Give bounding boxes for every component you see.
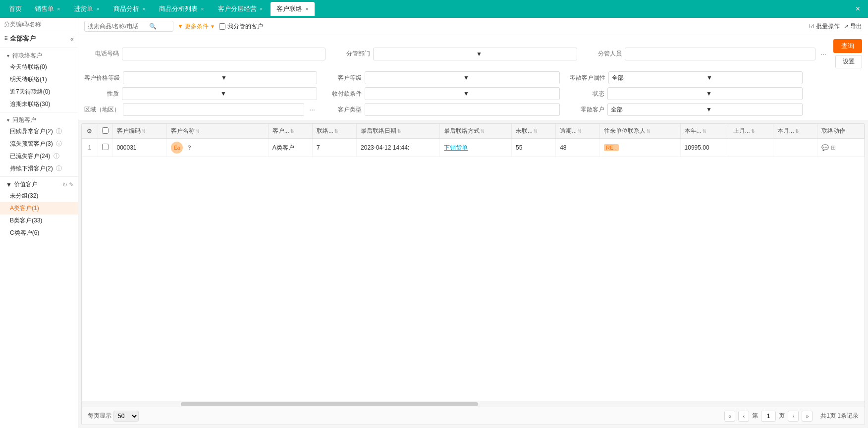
close-tab-sales[interactable]: ×: [57, 6, 60, 12]
export-button[interactable]: ↗ 导出: [844, 22, 862, 31]
status-select[interactable]: ▼: [607, 87, 803, 100]
nav-home[interactable]: 首页: [4, 4, 27, 13]
region-dots[interactable]: ···: [307, 106, 317, 113]
row-last-method-1[interactable]: 下销货单: [440, 139, 512, 157]
main-search-input[interactable]: [88, 23, 147, 30]
row-select-1[interactable]: [102, 144, 108, 150]
sidebar-item-churn-warning[interactable]: 流失预警客户(3) ⓘ: [0, 138, 78, 150]
refresh-icon[interactable]: ↻: [62, 181, 67, 188]
close-tab-analysis[interactable]: ×: [142, 6, 145, 12]
grid-action-icon[interactable]: ⊞: [831, 144, 836, 151]
sort-type[interactable]: ⇅: [290, 129, 294, 134]
price-level-select[interactable]: ▼: [123, 71, 317, 84]
nav-tab-sales[interactable]: 销售单 ×: [29, 2, 66, 16]
info-icon-2: ⓘ: [56, 140, 62, 147]
first-page-btn[interactable]: «: [724, 411, 735, 422]
customer-type-input-wrap[interactable]: [365, 103, 560, 116]
sort-overdue[interactable]: ⇅: [578, 129, 582, 134]
customer-type-input[interactable]: [368, 106, 556, 113]
sort-not-contacted[interactable]: ⇅: [534, 129, 538, 134]
row-contact-person-1: RE .: [600, 139, 680, 157]
row-actions-1[interactable]: 💬 ⊞: [817, 139, 864, 157]
sort-code[interactable]: ⇅: [142, 129, 146, 134]
sidebar-item-c-class[interactable]: C类客户(6): [0, 227, 78, 239]
phone-input-wrap[interactable]: [122, 48, 326, 60]
row-checkbox-1[interactable]: [98, 139, 112, 157]
close-tab-purchase[interactable]: ×: [96, 6, 99, 12]
sidebar-all-customers[interactable]: ⠿ 全部客户 «: [0, 31, 78, 46]
sidebar-item-overdue[interactable]: 逾期未联络(30): [0, 98, 78, 110]
settings-icon[interactable]: ⚙: [87, 128, 92, 135]
horizontal-scrollbar[interactable]: [82, 401, 865, 407]
region-input[interactable]: [126, 106, 301, 113]
payment-label: 收付款条件: [327, 90, 362, 98]
window-close-button[interactable]: ×: [852, 4, 864, 13]
sort-name[interactable]: ⇅: [196, 129, 200, 134]
customer-level-select[interactable]: ▼: [365, 71, 560, 84]
chat-icon[interactable]: 💬: [821, 144, 829, 151]
nav-tab-purchase[interactable]: 进货单 ×: [68, 2, 105, 16]
table-checkbox-col[interactable]: [98, 124, 112, 139]
nav-tab-analysis[interactable]: 商品分析 ×: [108, 2, 151, 16]
sidebar-item-today[interactable]: 今天待联络(0): [0, 61, 78, 73]
retail-attr-select[interactable]: 全部 ▼: [608, 71, 803, 84]
col-code: 客户编码⇅: [112, 124, 167, 139]
my-customers-checkbox[interactable]: [219, 23, 225, 30]
sidebar-item-b-class[interactable]: B类客户(33): [0, 214, 78, 227]
query-button[interactable]: 查询: [833, 39, 862, 53]
sidebar-item-ungroup[interactable]: 未分组(32): [0, 190, 78, 202]
col-name: 客户名称⇅: [167, 124, 269, 139]
edit-icon[interactable]: ✎: [69, 181, 74, 188]
nav-tab-analysis-list[interactable]: 商品分析列表 ×: [153, 2, 210, 16]
last-method-link-1[interactable]: 下销货单: [444, 144, 468, 151]
sidebar-item-repurchase-anomaly[interactable]: 回购异常客户(2) ⓘ: [0, 125, 78, 138]
close-tab-tier[interactable]: ×: [260, 6, 263, 12]
sidebar-item-declining[interactable]: 持续下滑客户(2) ⓘ: [0, 162, 78, 175]
phone-input[interactable]: [125, 51, 322, 57]
sort-contact-person[interactable]: ⇅: [647, 129, 651, 134]
table-scroll[interactable]: ⚙ 客户编码⇅ 客户名称⇅ 客户...⇅ 联络...⇅ 最后联络日期⇅ 最后联络…: [82, 124, 865, 401]
manager-dots[interactable]: ···: [818, 50, 828, 58]
sort-this-month[interactable]: ⇅: [795, 129, 799, 134]
sidebar-item-7days[interactable]: 近7天待联络(0): [0, 86, 78, 98]
problem-customers-group[interactable]: ▼ 问题客户: [0, 114, 78, 125]
sort-this-year[interactable]: ⇅: [703, 129, 706, 134]
sort-last-method[interactable]: ⇅: [481, 129, 485, 134]
filter-nature: 性质 ▼: [84, 87, 317, 100]
nav-tab-contact[interactable]: 客户联络 ×: [271, 2, 314, 16]
payment-select[interactable]: ▼: [365, 87, 560, 100]
select-all-checkbox[interactable]: [102, 127, 108, 134]
manager-input[interactable]: [628, 51, 813, 57]
region-input-wrap[interactable]: [123, 103, 304, 116]
main-search-icon[interactable]: 🔍: [149, 23, 157, 30]
sort-last-date[interactable]: ⇅: [397, 129, 401, 134]
retail-customer-select[interactable]: 全部 ▼: [607, 103, 803, 116]
page-size-select[interactable]: 50 20 100: [113, 411, 139, 422]
page-number-input[interactable]: [761, 411, 776, 422]
nav-tab-tier[interactable]: 客户分层经营 ×: [212, 2, 269, 16]
nature-select[interactable]: ▼: [122, 87, 317, 100]
col-this-month: 本月...⇅: [773, 124, 817, 139]
batch-op-button[interactable]: ☑ 批量操作: [809, 22, 840, 31]
more-conditions-btn[interactable]: ▼ 更多条件 ▼: [177, 22, 215, 31]
prev-page-btn[interactable]: ‹: [738, 411, 749, 422]
dept-select[interactable]: ▼: [373, 48, 577, 60]
scrollbar-thumb[interactable]: [181, 402, 478, 406]
sidebar-item-tomorrow[interactable]: 明天待联络(1): [0, 73, 78, 86]
my-customers-filter[interactable]: 我分管的客户: [219, 22, 263, 31]
sidebar-search-input[interactable]: [4, 21, 78, 28]
sidebar-item-churned[interactable]: 已流失客户(24) ⓘ: [0, 150, 78, 162]
table-settings-col[interactable]: ⚙: [82, 124, 98, 139]
sort-last-month[interactable]: ⇅: [751, 129, 755, 134]
close-tab-analysis-list[interactable]: ×: [201, 6, 204, 12]
pending-contact-group[interactable]: ▼ 待联络客户: [0, 50, 78, 61]
next-page-btn[interactable]: ›: [788, 411, 799, 422]
sidebar-item-a-class[interactable]: A类客户(1): [0, 202, 78, 214]
close-tab-contact[interactable]: ×: [305, 6, 308, 12]
value-customers-group: ▼ 价值客户 ↻ ✎: [0, 178, 78, 190]
manager-input-wrap[interactable]: [625, 48, 816, 60]
last-page-btn[interactable]: »: [802, 411, 813, 422]
sidebar-collapse-btn[interactable]: «: [70, 35, 74, 43]
sort-contact[interactable]: ⇅: [334, 129, 338, 134]
setting-button[interactable]: 设置: [835, 55, 862, 68]
